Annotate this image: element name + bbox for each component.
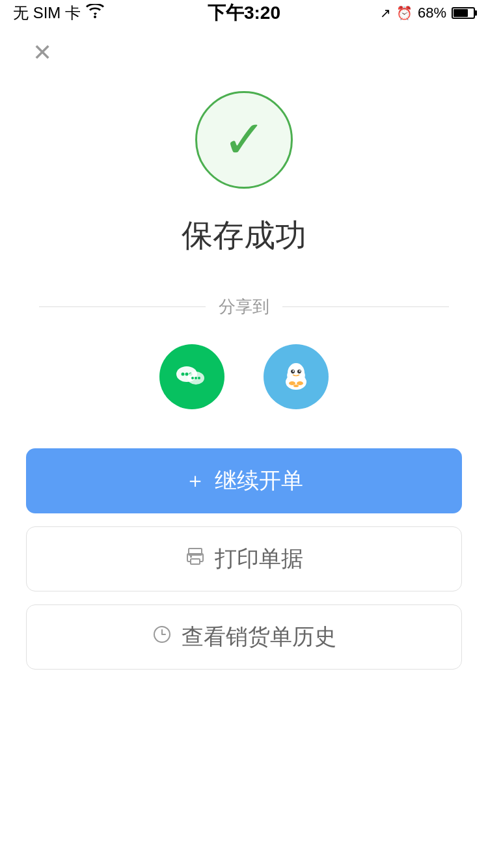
svg-point-3 [185,373,189,376]
qq-share-button[interactable] [264,344,329,409]
plus-icon: ＋ [185,467,206,495]
continue-order-button[interactable]: ＋ 继续开单 [26,448,462,513]
close-button[interactable]: ✕ [26,36,59,69]
battery-icon [452,7,475,19]
qq-icon [278,359,314,395]
action-buttons: ＋ 继续开单 打印单据 查看销货单历史 [0,448,488,670]
status-bar: 无 SIM 卡 下午3:20 ↗ ⏰ 68% [0,0,488,26]
battery-percent: 68% [418,5,446,21]
view-history-button[interactable]: 查看销货单历史 [26,604,462,670]
share-label: 分享到 [206,295,282,318]
alarm-icon: ⏰ [396,5,413,21]
print-receipt-button[interactable]: 打印单据 [26,526,462,591]
success-circle: ✓ [195,91,293,189]
svg-rect-23 [190,556,192,558]
view-history-label: 查看销货单历史 [182,622,336,652]
status-bar-left: 无 SIM 卡 [13,3,104,23]
success-title: 保存成功 [182,215,306,256]
svg-point-13 [293,370,294,372]
wechat-icon [172,357,211,396]
share-icons-container [159,344,329,409]
share-section: 分享到 [0,295,488,409]
share-line-right [282,306,449,307]
printer-icon [185,546,206,572]
status-bar-time: 下午3:20 [208,1,280,25]
checkmark-icon: ✓ [223,114,266,166]
history-icon [152,624,172,650]
svg-point-15 [287,372,292,379]
svg-point-0 [94,16,96,18]
svg-point-14 [299,370,301,372]
svg-point-16 [300,372,305,379]
wechat-share-button[interactable] [159,344,224,409]
svg-point-6 [191,377,194,379]
continue-order-label: 继续开单 [215,466,303,496]
share-line-left [39,306,206,307]
no-sim-label: 无 SIM 卡 [13,3,81,23]
svg-point-7 [195,377,197,379]
print-receipt-label: 打印单据 [215,544,303,574]
svg-point-2 [182,373,185,376]
svg-point-17 [289,381,295,385]
svg-rect-22 [191,559,200,564]
share-divider: 分享到 [0,295,488,318]
location-icon: ↗ [380,5,391,21]
svg-point-18 [297,381,303,385]
close-icon: ✕ [33,41,52,64]
svg-point-19 [293,385,299,387]
success-section: ✓ 保存成功 分享到 [0,26,488,448]
svg-point-8 [198,377,200,379]
wifi-icon [86,4,104,22]
status-bar-right: ↗ ⏰ 68% [380,5,475,21]
